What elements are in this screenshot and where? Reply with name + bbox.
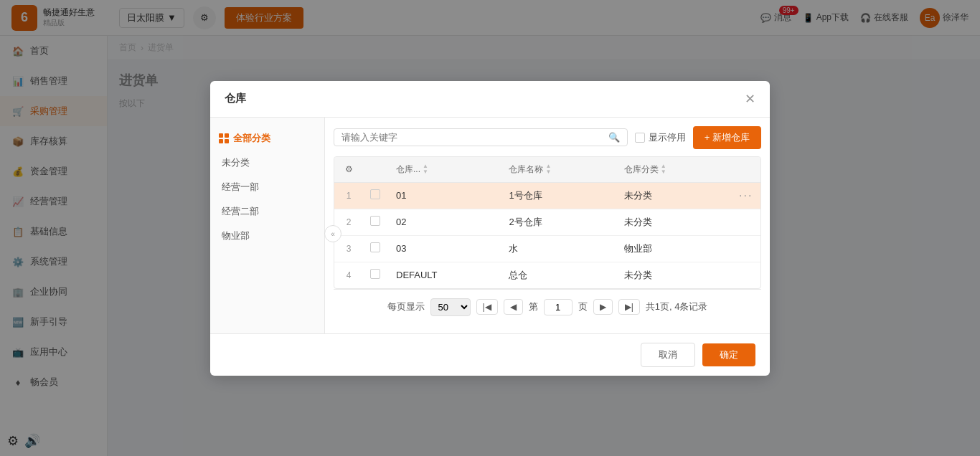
- row-checkbox-cell: [363, 262, 389, 288]
- dialog-category-property[interactable]: 物业部: [210, 224, 324, 248]
- row-more: [732, 209, 760, 235]
- row-category: 未分类: [617, 262, 732, 288]
- first-page-button[interactable]: |◀: [476, 299, 498, 315]
- row-more: [732, 262, 760, 288]
- dialog-search-bar: 🔍 显示停用 + 新增仓库: [334, 126, 761, 149]
- row-category: 未分类: [617, 182, 732, 209]
- show-disabled-toggle[interactable]: 显示停用: [635, 131, 686, 144]
- dialog-category-sidebar: 全部分类 未分类经营一部经营二部物业部 «: [210, 118, 325, 333]
- col-check: [363, 157, 389, 183]
- dialog-category-unclassified[interactable]: 未分类: [210, 151, 324, 175]
- row-more: ···: [732, 182, 760, 209]
- show-disabled-checkbox[interactable]: [635, 133, 645, 143]
- col-settings: ⚙: [334, 157, 363, 183]
- row-name: 2号仓库: [501, 209, 616, 235]
- table-row[interactable]: 2 02 2号仓库 未分类: [334, 209, 760, 235]
- table-row[interactable]: 4 DEFAULT 总仓 未分类: [334, 262, 760, 288]
- row-more: [732, 235, 760, 262]
- dialog-overlay: 仓库 ✕ 全部分类 未分类经营一部经营二部物业部 «: [0, 0, 980, 456]
- dialog-category-op1[interactable]: 经营一部: [210, 175, 324, 199]
- row-checkbox-cell: [363, 235, 389, 262]
- last-page-button[interactable]: ▶|: [618, 299, 640, 315]
- row-checkbox-cell: [363, 209, 389, 235]
- col-name: 仓库名称 ▲▼: [501, 157, 616, 183]
- row-checkbox[interactable]: [370, 242, 380, 252]
- row-checkbox-cell: [363, 182, 389, 209]
- add-warehouse-button[interactable]: + 新增仓库: [693, 126, 761, 149]
- warehouse-dialog: 仓库 ✕ 全部分类 未分类经营一部经营二部物业部 «: [210, 81, 770, 376]
- row-name: 总仓: [501, 262, 616, 288]
- table-row[interactable]: 3 03 水 物业部: [334, 235, 760, 262]
- grid-icon: [219, 133, 229, 143]
- dialog-title: 仓库: [225, 92, 246, 105]
- col-actions: [732, 157, 760, 183]
- cancel-button[interactable]: 取消: [641, 343, 695, 367]
- search-icon: 🔍: [608, 132, 620, 143]
- page-number-input[interactable]: [544, 299, 573, 315]
- search-input[interactable]: [341, 132, 608, 143]
- row-code: DEFAULT: [389, 262, 501, 288]
- table-row[interactable]: 1 01 1号仓库 未分类 ···: [334, 182, 760, 209]
- row-checkbox[interactable]: [370, 216, 380, 226]
- row-category: 未分类: [617, 209, 732, 235]
- prev-page-button[interactable]: ◀: [504, 299, 523, 315]
- collapse-sidebar-button[interactable]: «: [324, 225, 341, 242]
- warehouse-table: ⚙ 仓库... ▲▼ 仓库名称: [334, 156, 761, 289]
- close-button[interactable]: ✕: [745, 91, 755, 107]
- row-category: 物业部: [617, 235, 732, 262]
- search-input-wrap: 🔍: [334, 128, 628, 146]
- dialog-category-op2[interactable]: 经营二部: [210, 199, 324, 224]
- confirm-button[interactable]: 确定: [702, 343, 755, 366]
- row-checkbox[interactable]: [370, 189, 380, 199]
- row-name: 1号仓库: [501, 182, 616, 209]
- dialog-right-panel: 🔍 显示停用 + 新增仓库 ⚙: [325, 118, 770, 333]
- dialog-footer: 取消 确定: [210, 333, 770, 376]
- dialog-header: 仓库 ✕: [210, 81, 770, 118]
- dialog-body: 全部分类 未分类经营一部经营二部物业部 « 🔍 显示停用: [210, 118, 770, 333]
- page-size-select[interactable]: 50 20 100: [430, 298, 471, 316]
- next-page-button[interactable]: ▶: [593, 299, 613, 315]
- col-code: 仓库... ▲▼: [389, 157, 501, 183]
- all-categories-item[interactable]: 全部分类: [210, 126, 324, 151]
- col-category: 仓库分类 ▲▼: [617, 157, 732, 183]
- dialog-pagination: 每页显示 50 20 100 |◀ ◀ 第 页 ▶ ▶| 共1页, 4条记录: [334, 289, 761, 325]
- row-code: 02: [389, 209, 501, 235]
- more-button[interactable]: ···: [739, 189, 753, 201]
- row-code: 03: [389, 235, 501, 262]
- row-name: 水: [501, 235, 616, 262]
- row-checkbox[interactable]: [370, 269, 380, 279]
- row-code: 01: [389, 182, 501, 209]
- row-index: 4: [334, 262, 363, 288]
- row-index: 1: [334, 182, 363, 209]
